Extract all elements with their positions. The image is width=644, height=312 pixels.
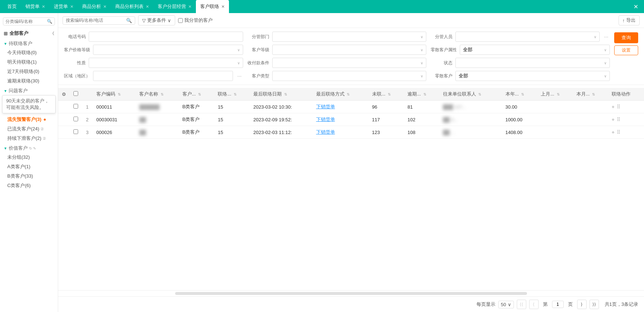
filter-status-select[interactable]: ∨: [455, 58, 610, 68]
my-customers-checkbox-label[interactable]: 我分管的客户: [178, 17, 213, 24]
row-checkbox-1[interactable]: [73, 104, 78, 109]
close-analysis-list-tab[interactable]: ✕: [146, 4, 149, 9]
grid-icon: ⊞: [4, 31, 8, 36]
td-last-way-3[interactable]: 下销货单: [313, 126, 369, 139]
sidebar-search-input[interactable]: [5, 19, 47, 24]
filter-nature-select[interactable]: ∨: [89, 58, 243, 68]
filter-customer-type-label: 客户类型: [247, 73, 269, 79]
export-btn[interactable]: ↑ 导出: [619, 15, 640, 25]
sidebar-item-declining[interactable]: 持续下滑客户(2) ②: [0, 134, 58, 143]
filter-more-2[interactable]: ···: [236, 73, 243, 79]
th-this-year[interactable]: 本年... ⇅: [502, 88, 538, 101]
action-more-icon-3[interactable]: ⠿: [617, 129, 620, 135]
th-overdue[interactable]: 逾期... ⇅: [404, 88, 439, 101]
next-page-btn[interactable]: ⟩: [577, 300, 587, 309]
filter-region-select[interactable]: [93, 71, 233, 81]
my-customers-checkbox[interactable]: [178, 18, 183, 23]
select-all-checkbox[interactable]: [73, 91, 78, 96]
action-link-icon-3[interactable]: ⌖: [612, 129, 615, 135]
sidebar-group-problem[interactable]: ▼ 问题客户: [0, 86, 58, 95]
filter-phone-input[interactable]: [89, 32, 243, 42]
action-link-icon-2[interactable]: ⌖: [612, 117, 615, 123]
row-checkbox-2[interactable]: [73, 117, 78, 121]
th-contact[interactable]: 联络... ⇅: [214, 88, 250, 101]
td-name-2: ██: [136, 113, 178, 126]
nav-purchase[interactable]: 进货单 ✕: [49, 0, 78, 13]
nav-product-analysis-list[interactable]: 商品分析列表 ✕: [111, 0, 153, 13]
sidebar-item-a-class[interactable]: A类客户(1): [0, 162, 58, 171]
sidebar-item-today[interactable]: 今天待联络(0): [0, 48, 58, 57]
td-checkbox-2[interactable]: [70, 113, 82, 126]
window-close[interactable]: ✕: [631, 3, 641, 10]
sidebar-search-icon: 🔍: [47, 19, 52, 24]
close-sales-tab[interactable]: ✕: [42, 4, 45, 9]
sidebar-item-ungrouped[interactable]: 未分组(32): [0, 153, 58, 162]
close-purchase-tab[interactable]: ✕: [70, 4, 73, 9]
th-checkbox[interactable]: [70, 88, 82, 101]
td-contact-2: 15: [214, 113, 250, 126]
scroll-track[interactable]: [175, 292, 527, 295]
prev-page-btn[interactable]: ⟨: [529, 300, 539, 309]
sidebar-all-customers[interactable]: ⊞ 全部客户 《: [0, 28, 58, 39]
th-name[interactable]: 客户名称 ⇅: [136, 88, 178, 101]
action-more-icon-2[interactable]: ⠿: [617, 117, 620, 122]
th-uncontacted[interactable]: 未联... ⇅: [369, 88, 404, 101]
td-code-2: 00030031: [93, 113, 136, 126]
sidebar-item-b-class[interactable]: B类客户(33): [0, 171, 58, 181]
first-page-btn[interactable]: ⟨⟨: [517, 300, 526, 309]
filter-more-1[interactable]: ···: [603, 34, 610, 40]
filter-row-2: 客户价格等级 ∨ 客户等级 ∨ 零散客户属性: [64, 45, 610, 55]
sidebar-item-7days[interactable]: 近7天待联络(0): [0, 67, 58, 76]
sidebar-item-tomorrow[interactable]: 明天待联络(1): [0, 57, 58, 67]
th-last-date[interactable]: 最后联络日期 ⇅: [250, 88, 313, 101]
search-input[interactable]: [66, 18, 126, 23]
th-last-way[interactable]: 最后联络方式 ⇅: [313, 88, 369, 101]
last-page-btn[interactable]: ⟩⟩: [589, 300, 599, 309]
filter-payment-select[interactable]: ∨: [272, 58, 427, 68]
nav-customer-contact[interactable]: 客户联络 ✕: [196, 0, 229, 13]
filter-retail-attr-select[interactable]: 全部 ∨: [460, 45, 610, 55]
td-checkbox-3[interactable]: [70, 126, 82, 139]
th-last-month[interactable]: 上月... ⇅: [537, 88, 573, 101]
th-no: [82, 88, 93, 101]
action-link-icon-1[interactable]: ⌖: [612, 104, 615, 110]
close-analysis-tab[interactable]: ✕: [103, 4, 106, 9]
sidebar-group-value[interactable]: ▼ 价值客户 ↻ ✎: [0, 143, 58, 153]
page-input[interactable]: [552, 301, 564, 308]
query-button[interactable]: 查询: [614, 32, 638, 43]
filter-price-tier-select[interactable]: ∨: [93, 45, 243, 55]
filter-manager-select[interactable]: ∨: [455, 32, 600, 42]
settings-button[interactable]: 设置: [614, 45, 638, 55]
th-code[interactable]: 客户编码 ⇅: [93, 88, 136, 101]
td-this-year-2: 1000.00: [502, 113, 538, 126]
page-size-select[interactable]: 50 ∨: [498, 301, 514, 308]
td-settings-3: [58, 126, 70, 139]
row-checkbox-3[interactable]: [73, 129, 78, 134]
sidebar-item-c-class[interactable]: C类客户(6): [0, 181, 58, 190]
sidebar-group-pending[interactable]: ▼ 待联络客户: [0, 39, 58, 48]
action-more-icon-1[interactable]: ⠿: [617, 104, 620, 110]
th-type[interactable]: 客户... ⇅: [179, 88, 214, 101]
close-tier-tab[interactable]: ✕: [188, 4, 192, 9]
nav-sales[interactable]: 销货单 ✕: [21, 0, 49, 13]
th-this-month[interactable]: 本月... ⇅: [573, 88, 608, 101]
nav-customer-tier[interactable]: 客户分层经营 ✕: [153, 0, 196, 13]
td-last-way-2[interactable]: 下销货单: [313, 113, 369, 126]
sidebar-item-churn-warning[interactable]: 流失预警客户(3) ●: [0, 115, 58, 124]
filter-customer-type-select[interactable]: ∨: [272, 71, 427, 81]
th-settings[interactable]: ⚙: [58, 88, 70, 101]
sidebar-item-churned[interactable]: 已流失客户(24) ②: [0, 124, 58, 134]
filter-customer-tier-select[interactable]: ∨: [272, 45, 427, 55]
sidebar-item-overdue[interactable]: 逾期未联络(30): [0, 76, 58, 86]
more-conditions-btn[interactable]: ▽ 更多条件 ∨: [138, 15, 175, 25]
td-last-way-1[interactable]: 下销货单: [313, 101, 369, 113]
td-checkbox-1[interactable]: [70, 101, 82, 113]
sort-tmonth-icon: ⇅: [592, 92, 595, 96]
filter-retail-select[interactable]: 全部 ∨: [455, 71, 610, 81]
nav-product-analysis[interactable]: 商品分析 ✕: [78, 0, 111, 13]
th-person[interactable]: 往来单位联系人 ⇅: [439, 88, 502, 101]
filter-dept-select[interactable]: ∨: [272, 32, 427, 42]
filter-retail: 零散客户 全部 ∨: [431, 71, 610, 81]
nav-home[interactable]: 首页: [3, 0, 21, 13]
close-contact-tab[interactable]: ✕: [221, 4, 225, 9]
